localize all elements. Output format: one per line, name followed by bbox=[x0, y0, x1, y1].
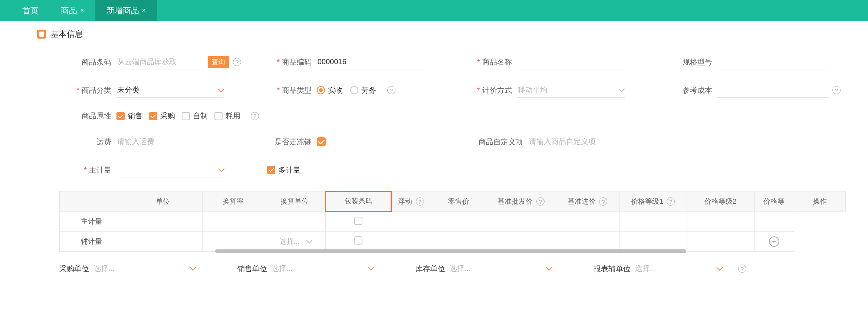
chevron-down-icon[interactable] bbox=[219, 167, 224, 173]
help-icon[interactable]: ? bbox=[536, 197, 545, 206]
checkbox[interactable] bbox=[354, 236, 362, 245]
chevron-down-icon[interactable] bbox=[219, 88, 224, 93]
label-refcost: 参考成本 bbox=[660, 85, 712, 95]
th-pack-barcode: 包装条码 bbox=[326, 191, 391, 212]
select-placeholder: 选择... bbox=[280, 237, 300, 246]
th-unit: 单位 bbox=[123, 191, 203, 212]
th-plevel-etc: 价格等 bbox=[754, 191, 794, 212]
horizontal-scrollbar[interactable] bbox=[215, 249, 686, 253]
checkbox-sale[interactable]: 销售 bbox=[116, 111, 142, 121]
label-report-unit: 报表辅单位 bbox=[594, 264, 631, 274]
select-placeholder: 选择... bbox=[93, 263, 115, 273]
help-icon[interactable]: ? bbox=[599, 197, 607, 206]
cell[interactable] bbox=[264, 212, 326, 232]
label-coldchain: 是否走冻链 bbox=[260, 137, 312, 147]
table-header-row: 单位 换算率 换算单位 包装条码 浮动 ? 零售价 基准批发价 ? 基准进价 ?… bbox=[60, 191, 846, 212]
cell[interactable] bbox=[123, 212, 203, 232]
cell[interactable] bbox=[391, 232, 431, 252]
checkbox-purchase[interactable]: 采购 bbox=[149, 111, 175, 121]
add-row-button[interactable]: + bbox=[769, 236, 779, 247]
select-placeholder: 选择... bbox=[450, 263, 471, 273]
th-rate: 换算率 bbox=[203, 191, 264, 212]
cell[interactable] bbox=[687, 232, 754, 252]
refcost-input[interactable] bbox=[717, 84, 829, 96]
tab-home[interactable]: 首页 bbox=[11, 0, 50, 21]
radio-service-label: 劳务 bbox=[361, 85, 376, 95]
cell-float[interactable] bbox=[326, 212, 391, 232]
freight-input[interactable] bbox=[116, 136, 224, 147]
chevron-down-icon bbox=[191, 266, 196, 271]
label-custom: 商品自定义项 bbox=[460, 137, 523, 147]
cell[interactable] bbox=[391, 212, 431, 232]
unit-selectors: 采购单位 选择... 销售单位 选择... 库存单位 选择... 报表辅单位 选… bbox=[59, 262, 868, 275]
tab-products-label: 商品 bbox=[61, 5, 77, 16]
cell[interactable] bbox=[486, 212, 556, 232]
checkbox-consume-label: 耗用 bbox=[226, 111, 240, 121]
th-plevel2: 价格等级2 bbox=[687, 191, 754, 212]
cell-float[interactable] bbox=[326, 232, 391, 252]
checkbox-coldchain[interactable] bbox=[317, 137, 326, 146]
cell-op[interactable]: + bbox=[754, 232, 794, 252]
chevron-down-icon[interactable] bbox=[619, 88, 625, 93]
query-button[interactable]: 查询 bbox=[208, 56, 229, 68]
cell[interactable] bbox=[431, 232, 486, 252]
help-icon[interactable]: ? bbox=[738, 265, 746, 273]
label-spec: 规格型号 bbox=[660, 57, 712, 67]
help-icon[interactable]: ? bbox=[233, 58, 241, 66]
barcode-input[interactable] bbox=[116, 56, 206, 68]
cell[interactable] bbox=[486, 232, 556, 252]
close-icon[interactable]: × bbox=[80, 7, 84, 14]
cell[interactable] bbox=[619, 212, 687, 232]
main-uom-select[interactable] bbox=[116, 164, 216, 176]
help-icon[interactable]: ? bbox=[251, 112, 259, 120]
label-pricing: 计价方式 bbox=[460, 85, 512, 95]
section-header: 基本信息 bbox=[37, 29, 868, 40]
cell[interactable] bbox=[556, 212, 619, 232]
checkbox-consume[interactable]: 耗用 bbox=[214, 111, 240, 121]
name-input[interactable] bbox=[517, 56, 628, 68]
cell-rate-unit-select[interactable]: 选择... bbox=[264, 232, 326, 252]
select-placeholder: 选择... bbox=[635, 263, 656, 273]
cell[interactable] bbox=[687, 212, 754, 232]
stock-unit-select[interactable]: 选择... bbox=[449, 262, 553, 275]
cell[interactable] bbox=[754, 212, 794, 232]
pricing-select[interactable]: 移动平均 bbox=[517, 83, 548, 96]
report-unit-select[interactable]: 选择... bbox=[634, 262, 723, 275]
sale-unit-select[interactable]: 选择... bbox=[271, 262, 375, 275]
cell[interactable] bbox=[431, 212, 486, 232]
chevron-down-icon bbox=[717, 266, 723, 271]
purchase-unit-select[interactable]: 选择... bbox=[93, 262, 197, 275]
close-icon[interactable]: × bbox=[142, 7, 146, 14]
tab-new-product[interactable]: 新增商品 × bbox=[95, 0, 157, 21]
cell[interactable] bbox=[556, 232, 619, 252]
checkbox-self-label: 自制 bbox=[193, 111, 208, 121]
custom-input[interactable] bbox=[528, 136, 647, 147]
radio-service[interactable]: 劳务 bbox=[350, 85, 376, 95]
label-code: 商品编码 bbox=[260, 57, 312, 67]
help-icon[interactable]: ? bbox=[667, 197, 675, 206]
checkbox[interactable] bbox=[354, 217, 362, 225]
cell[interactable] bbox=[619, 232, 687, 252]
page-content: 基本信息 商品条码 查询 ? 商品编码 商品名称 bbox=[0, 21, 868, 275]
help-icon[interactable]: ? bbox=[416, 197, 424, 206]
cell[interactable] bbox=[203, 232, 264, 252]
tab-products[interactable]: 商品 × bbox=[50, 0, 95, 21]
select-placeholder: 选择... bbox=[272, 263, 293, 273]
cell[interactable] bbox=[203, 212, 264, 232]
radio-physical[interactable]: 实物 bbox=[317, 85, 343, 95]
th-rate-unit: 换算单位 bbox=[264, 191, 326, 212]
th-base-purchase: 基准进价 ? bbox=[556, 191, 619, 212]
spec-input[interactable] bbox=[717, 56, 829, 68]
code-input[interactable] bbox=[317, 56, 428, 68]
help-icon[interactable]: ? bbox=[832, 86, 841, 94]
label-main-uom: 主计量 bbox=[59, 165, 111, 175]
table-row: 辅计量 选择... + bbox=[60, 232, 846, 252]
checkbox-purchase-label: 采购 bbox=[160, 111, 175, 121]
label-attr: 商品属性 bbox=[59, 111, 111, 121]
category-select[interactable]: 未分类 bbox=[116, 83, 140, 96]
label-sale-unit: 销售单位 bbox=[237, 264, 267, 274]
help-icon[interactable]: ? bbox=[387, 86, 395, 94]
cell[interactable] bbox=[123, 232, 203, 252]
checkbox-self[interactable]: 自制 bbox=[182, 111, 208, 121]
checkbox-multi-uom[interactable]: 多计量 bbox=[267, 165, 300, 175]
